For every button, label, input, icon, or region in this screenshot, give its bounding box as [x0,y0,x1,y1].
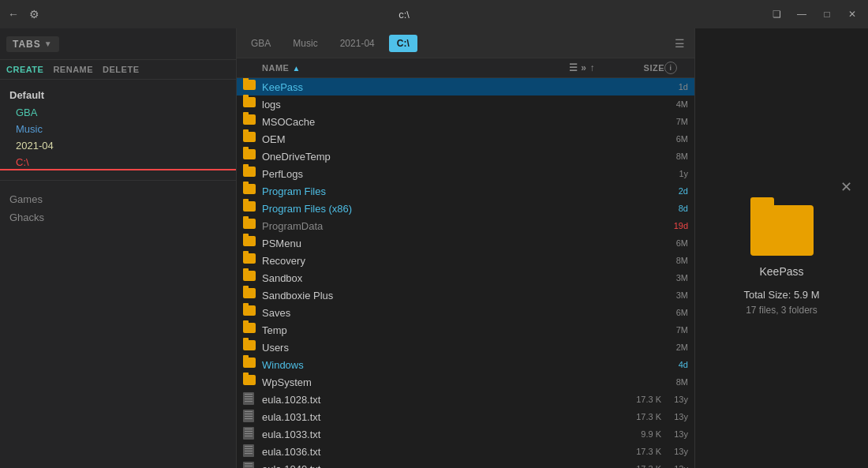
table-row[interactable]: Saves 6M [237,304,694,321]
table-row[interactable]: eula.1033.txt 9.9 K 13y [237,425,694,443]
chevron-down-icon: ▼ [44,39,53,48]
table-row[interactable]: MSOCache 7M [237,113,694,130]
create-button[interactable]: CREATE [6,65,43,74]
file-age: 8M [664,256,688,265]
folder-icon [243,201,257,215]
sidebar-toolbar: TABS ▼ [0,28,236,60]
file-name: eula.1031.txt [262,411,601,423]
folder-icon [243,167,257,181]
file-list[interactable]: KeePass 1d logs 4M MSOCache 7M [237,78,694,468]
sidebar-section-other: Games Ghacks [0,184,236,233]
info-circle-icon[interactable]: i [664,62,677,74]
file-size: 17.3 K [601,395,664,404]
file-panel: GBA Music 2021-04 C:\ ☰ NAME ▲ ☰ » ↑ SIZ… [237,28,694,468]
file-name: eula.1036.txt [262,446,601,458]
table-row[interactable]: eula.1040.txt 17.3 K 13y [237,460,694,468]
list-icon[interactable]: ☰ [569,62,578,73]
folder-icon [243,358,257,372]
table-row[interactable]: eula.1036.txt 17.3 K 13y [237,443,694,460]
sidebar-item-gba[interactable]: GBA [0,104,236,121]
back-icon[interactable]: ← [6,7,21,21]
folder-stats: Total Size: 5.9 M 17 files, 3 folders [743,287,819,319]
table-row[interactable]: Sandbox 3M [237,269,694,286]
delete-button[interactable]: DELETE [103,65,139,74]
file-age: 8M [664,377,688,387]
file-name: Users [262,342,601,354]
main-content: TABS ▼ CREATE RENAME DELETE Default GBA … [0,28,868,468]
tab-2021-04[interactable]: 2021-04 [332,35,383,52]
table-row[interactable]: Sandboxie Plus 3M [237,286,694,304]
table-row[interactable]: eula.1031.txt 17.3 K 13y [237,408,694,425]
sidebar-item-games[interactable]: Games [0,190,236,208]
folder-icon [243,323,257,337]
table-row[interactable]: PSMenu 6M [237,234,694,252]
file-name: WpSystem [262,376,601,388]
table-row[interactable]: Temp 7M [237,321,694,339]
close-button[interactable]: ✕ [843,5,862,24]
file-name: eula.1028.txt [262,394,601,406]
forward-icon[interactable]: » [581,62,586,73]
title-bar-right: ❏ ― □ ✕ [767,5,862,24]
tab-gba[interactable]: GBA [243,35,279,52]
table-row[interactable]: PerfLogs 1y [237,165,694,182]
file-doc-icon [243,410,257,424]
folder-icon [243,253,257,268]
file-name: KeePass [262,81,601,93]
table-row[interactable]: KeePass 1d [237,78,694,95]
folder-icon [243,375,257,389]
menu-icon[interactable]: ☰ [672,34,688,53]
sidebar-item-2021-04[interactable]: 2021-04 [0,137,236,154]
folder-icon [243,97,257,111]
title-bar-left: ← ⚙ [6,7,41,21]
file-age: 6M [664,134,688,144]
tabs-label: TABS [13,39,41,50]
settings-icon[interactable]: ⚙ [27,7,41,21]
file-age: 2d [664,186,688,196]
file-panel-wrapper: GBA Music 2021-04 C:\ ☰ NAME ▲ ☰ » ↑ SIZ… [237,28,868,468]
table-row[interactable]: Program Files (x86) 8d [237,200,694,217]
table-row[interactable]: logs 4M [237,95,694,113]
up-icon[interactable]: ↑ [590,62,596,73]
rename-button[interactable]: RENAME [53,65,93,74]
sidebar-item-ghacks[interactable]: Ghacks [0,208,236,227]
file-name: OEM [262,133,601,145]
table-row[interactable]: WpSystem 8M [237,373,694,391]
maximize-button[interactable]: □ [817,5,836,24]
table-row[interactable]: OneDriveTemp 8M [237,148,694,165]
table-row[interactable]: eula.1028.txt 17.3 K 13y [237,391,694,408]
tabs-dropdown[interactable]: TABS ▼ [6,36,59,52]
table-row[interactable]: Users 2M [237,339,694,356]
file-age: 13y [664,447,688,456]
tab-c-drive[interactable]: C:\ [389,35,417,52]
file-name: PerfLogs [262,168,601,180]
info-panel-close-button[interactable]: ✕ [840,178,852,196]
restore-button[interactable]: ❏ [767,5,786,24]
folder-icon [243,340,257,354]
folder-icon [243,271,257,285]
file-name: logs [262,99,601,110]
header-name[interactable]: NAME ▲ [262,63,569,73]
tab-music[interactable]: Music [285,35,325,52]
table-row[interactable]: Program Files 2d [237,182,694,200]
table-row[interactable]: ProgramData 19d [237,217,694,234]
file-size: 17.3 K [601,447,664,456]
tab-bar-left: GBA Music 2021-04 C:\ [243,35,417,52]
folder-icon [243,80,257,94]
folder-thumbnail [750,205,814,256]
minimize-button[interactable]: ― [792,5,811,24]
tab-bar: GBA Music 2021-04 C:\ ☰ [237,28,694,58]
table-row[interactable]: Windows 4d [237,356,694,373]
header-info: i [664,62,688,74]
table-row[interactable]: Recovery 8M [237,252,694,269]
file-age: 2M [664,343,688,352]
folder-icon [243,305,257,320]
table-row[interactable]: OEM 6M [237,130,694,148]
title-bar: ← ⚙ c:\ ❏ ― □ ✕ [0,0,868,28]
sidebar-item-c-drive[interactable]: C:\ [0,154,236,170]
file-age: 6M [664,308,688,317]
folder-icon [243,132,257,146]
file-age: 13y [664,395,688,404]
file-name: eula.1033.txt [262,429,601,440]
folder-total-size: Total Size: 5.9 M [743,287,819,304]
sidebar-item-music[interactable]: Music [0,121,236,137]
